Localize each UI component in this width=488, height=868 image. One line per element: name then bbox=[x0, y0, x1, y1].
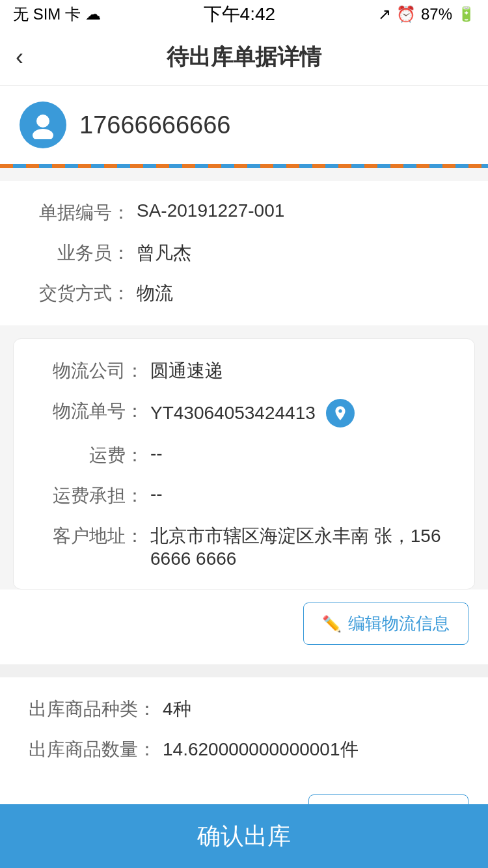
order-number-value: SA-20191227-001 bbox=[137, 200, 462, 221]
logistics-company-label: 物流公司： bbox=[40, 359, 144, 383]
confirm-button-bar[interactable]: 确认出库 bbox=[0, 804, 488, 868]
status-left: 无 SIM 卡 ☁ bbox=[13, 4, 101, 25]
salesman-row: 业务员： 曾凡杰 bbox=[26, 241, 462, 265]
page-title: 待出库单据详情 bbox=[167, 42, 321, 72]
delivery-method-label: 交货方式： bbox=[26, 281, 130, 306]
freight-label: 运费： bbox=[40, 443, 144, 468]
logistics-tracking-number: YT43064053424413 bbox=[150, 403, 316, 424]
status-right: ↗ ⏰ 87% 🔋 bbox=[378, 5, 475, 23]
address-value: 北京市市辖区海淀区永丰南 张，156 6666 6666 bbox=[150, 524, 448, 569]
battery-level: 87% bbox=[421, 5, 452, 23]
logistics-company-value: 圆通速递 bbox=[150, 359, 448, 383]
battery-icon: 🔋 bbox=[457, 6, 475, 23]
logistics-tracking-row: 物流单号： YT43064053424413 bbox=[40, 399, 448, 427]
dashed-divider bbox=[0, 164, 488, 168]
sim-status: 无 SIM 卡 ☁ bbox=[13, 4, 101, 25]
goods-types-label: 出库商品种类： bbox=[26, 697, 156, 722]
confirm-button-label: 确认出库 bbox=[197, 821, 291, 852]
avatar bbox=[20, 102, 66, 148]
delivery-method-row: 交货方式： 物流 bbox=[26, 281, 462, 306]
goods-quantity-value: 14.620000000000001件 bbox=[163, 737, 359, 762]
logistics-tracking-value-row: YT43064053424413 bbox=[150, 399, 448, 427]
order-info-section: 单据编号： SA-20191227-001 业务员： 曾凡杰 交货方式： 物流 bbox=[0, 181, 488, 325]
edit-logistics-button[interactable]: ✏️ 编辑物流信息 bbox=[303, 603, 468, 645]
salesman-value: 曾凡杰 bbox=[137, 241, 462, 265]
map-location-icon[interactable] bbox=[326, 399, 355, 427]
edit-icon: ✏️ bbox=[322, 615, 342, 633]
gray-separator bbox=[0, 664, 488, 677]
goods-types-row: 出库商品种类： 4种 bbox=[26, 697, 462, 722]
status-time: 下午4:42 bbox=[204, 2, 276, 27]
freight-bearer-value: -- bbox=[150, 483, 448, 504]
edit-logistics-label: 编辑物流信息 bbox=[348, 612, 450, 635]
address-label: 客户地址： bbox=[40, 524, 144, 549]
address-row: 客户地址： 北京市市辖区海淀区永丰南 张，156 6666 6666 bbox=[40, 524, 448, 569]
customer-phone: 17666666666 bbox=[79, 111, 230, 139]
logistics-card: 物流公司： 圆通速递 物流单号： YT43064053424413 运费： --… bbox=[13, 338, 475, 590]
goods-types-value: 4种 bbox=[163, 697, 191, 722]
salesman-label: 业务员： bbox=[26, 241, 130, 265]
svg-point-1 bbox=[33, 129, 53, 139]
order-number-row: 单据编号： SA-20191227-001 bbox=[26, 200, 462, 225]
logistics-tracking-label: 物流单号： bbox=[40, 399, 144, 424]
goods-section: 出库商品种类： 4种 出库商品数量： 14.620000000000001件 bbox=[0, 677, 488, 781]
location-icon-status: ↗ bbox=[378, 5, 391, 23]
edit-button-row: ✏️ 编辑物流信息 bbox=[0, 590, 488, 664]
freight-value: -- bbox=[150, 443, 448, 464]
nav-bar: ‹ 待出库单据详情 bbox=[0, 29, 488, 86]
delivery-method-value: 物流 bbox=[137, 281, 462, 306]
freight-bearer-row: 运费承担： -- bbox=[40, 483, 448, 508]
customer-header: 17666666666 bbox=[0, 86, 488, 164]
goods-quantity-label: 出库商品数量： bbox=[26, 737, 156, 762]
status-bar: 无 SIM 卡 ☁ 下午4:42 ↗ ⏰ 87% 🔋 bbox=[0, 0, 488, 29]
freight-bearer-label: 运费承担： bbox=[40, 483, 144, 508]
alarm-icon: ⏰ bbox=[396, 5, 416, 23]
freight-row: 运费： -- bbox=[40, 443, 448, 468]
svg-point-0 bbox=[36, 115, 49, 128]
order-number-label: 单据编号： bbox=[26, 200, 130, 225]
logistics-company-row: 物流公司： 圆通速递 bbox=[40, 359, 448, 383]
back-button[interactable]: ‹ bbox=[16, 44, 23, 71]
goods-quantity-row: 出库商品数量： 14.620000000000001件 bbox=[26, 737, 462, 762]
